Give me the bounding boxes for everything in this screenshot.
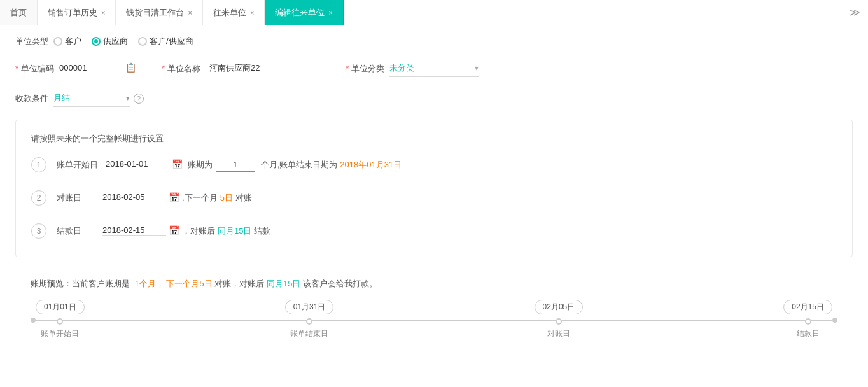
preview-reconcile: 下一个月5日 (166, 279, 212, 288)
step-2-label: 对账日 (57, 192, 95, 204)
timeline-label-1: 账单开始日 (41, 328, 79, 339)
preview-section: 账期预览：当前客户账期是 1个月， 下一个月5日 对账，对账后 同月15日 该客… (15, 267, 853, 300)
tab-partner-units-label: 往来单位 (213, 7, 246, 18)
step-1-date-input[interactable] (106, 159, 169, 169)
step-1-period-input[interactable] (216, 158, 255, 172)
timeline-start-dot (31, 318, 36, 323)
unit-category-group: * 单位分类 未分类 ▾ (346, 60, 479, 77)
settings-panel: 请按照未来的一个完整帐期进行设置 1 账单开始日 📅 账期为 个月,账单结束日期… (15, 120, 853, 257)
tab-partner-units-close[interactable]: × (250, 9, 254, 17)
timeline-end-dot (832, 318, 837, 323)
step-1-period-unit: 个月,账单结束日期为 (261, 159, 338, 171)
unit-type-field-group: 单位类型 客户 供应商 客户/供应商 (15, 36, 193, 47)
payment-terms-group: 收款条件 月结 ▾ ? (15, 90, 144, 107)
preview-label: 账期预览：当前客户账期是 (31, 279, 130, 288)
step-3-date-input-wrapper: 📅 (102, 225, 179, 237)
tab-expand-button[interactable]: ≫ (842, 0, 868, 25)
step-1-calendar-icon[interactable]: 📅 (172, 159, 183, 169)
step-2-calendar-icon[interactable]: 📅 (169, 192, 179, 202)
tab-cash-ledger[interactable]: 钱货日清工作台 × (116, 0, 202, 25)
radio-group: 客户 供应商 客户/供应商 (53, 36, 193, 47)
preview-period: 1个月， (135, 279, 164, 288)
step-3-row: 3 结款日 📅 ，对账后 同月15日 结款 (31, 223, 837, 239)
step-1-date-input-wrapper: 📅 (106, 159, 183, 171)
unit-category-chevron: ▾ (475, 64, 479, 73)
timeline-points: 01月01日 账单开始日 01月31日 账单结束日 (36, 300, 832, 339)
step-2-suffix2: 对账 (235, 192, 252, 204)
timeline-label-3: 对账日 (547, 328, 570, 339)
tab-home[interactable]: 首页 (0, 0, 38, 25)
step-3-suffix: 结款 (254, 225, 270, 237)
timeline-container: 01月01日 账单开始日 01月31日 账单结束日 (31, 300, 837, 339)
radio-customer[interactable]: 客户 (53, 36, 81, 47)
timeline-track: 01月01日 账单开始日 01月31日 账单结束日 (36, 300, 832, 339)
timeline-right-endpoint (832, 318, 837, 323)
radio-both-circle (138, 37, 147, 46)
timeline-badge-2: 01月31日 (285, 300, 334, 314)
preview-middle: 对账，对账后 (214, 279, 264, 288)
timeline-left-endpoint (31, 318, 36, 323)
main-content: 单位类型 客户 供应商 客户/供应商 * 单位编码 (0, 25, 868, 387)
timeline-label-4: 结款日 (797, 328, 820, 339)
tab-edit-partner-unit-label: 编辑往来单位 (275, 7, 325, 18)
step-1-label: 账单开始日 (57, 159, 98, 171)
timeline-line (36, 320, 832, 321)
payment-terms-value: 月结 (53, 92, 126, 104)
tab-bar: 首页 销售订单历史 × 钱货日清工作台 × 往来单位 × 编辑往来单位 × ≫ (0, 0, 868, 25)
unit-category-label: 单位分类 (351, 63, 384, 74)
preview-suffix: 该客户会给我打款。 (303, 279, 377, 288)
radio-both[interactable]: 客户/供应商 (138, 36, 193, 47)
unit-code-group: * 单位编码 📋 (15, 62, 136, 74)
tab-sales-order-history-label: 销售订单历史 (48, 7, 97, 18)
radio-both-label: 客户/供应商 (150, 36, 193, 47)
step-2-date-input-wrapper: 📅 (102, 192, 179, 204)
radio-customer-circle (53, 37, 62, 46)
tab-cash-ledger-close[interactable]: × (188, 9, 192, 17)
tab-edit-partner-unit-close[interactable]: × (328, 9, 332, 17)
unit-category-select[interactable]: 未分类 ▾ (389, 60, 479, 77)
step-3-date-input[interactable] (102, 225, 166, 236)
expand-icon: ≫ (850, 6, 860, 18)
radio-supplier-label: 供应商 (103, 36, 128, 47)
unit-name-group: * 单位名称 (162, 61, 320, 76)
timeline-badge-4: 02月15日 (783, 300, 832, 314)
timeline-section: 01月01日 账单开始日 01月31日 账单结束日 (15, 300, 853, 352)
radio-supplier[interactable]: 供应商 (92, 36, 128, 47)
unit-name-required: * (162, 64, 165, 73)
step-1-number: 1 (31, 157, 46, 172)
timeline-badge-3: 02月05日 (535, 300, 584, 314)
unit-code-required: * (15, 64, 18, 73)
tab-partner-units[interactable]: 往来单位 × (203, 0, 265, 25)
unit-category-required: * (346, 64, 349, 73)
unit-code-icon[interactable]: 📋 (125, 62, 136, 73)
step-2-suffix: ,下一个月 (182, 192, 218, 204)
step-2-date-input[interactable] (102, 192, 166, 202)
timeline-dot-3 (556, 318, 562, 325)
timeline-point-1: 01月01日 账单开始日 (36, 300, 85, 339)
unit-type-label: 单位类型 (15, 36, 48, 47)
payment-terms-label: 收款条件 (15, 93, 48, 104)
unit-code-input-wrapper: 📋 (59, 62, 136, 74)
step-3-calendar-icon[interactable]: 📅 (169, 225, 179, 236)
unit-category-value: 未分类 (389, 62, 471, 74)
step-2-highlight: 5日 (220, 192, 233, 204)
tab-sales-order-history[interactable]: 销售订单历史 × (38, 0, 116, 25)
timeline-dot-1 (57, 318, 63, 325)
unit-name-input[interactable] (206, 61, 320, 76)
unit-name-label: 单位名称 (167, 63, 200, 74)
unit-code-input[interactable] (59, 63, 123, 73)
unit-code-label: 单位编码 (21, 63, 54, 74)
unit-type-row: 单位类型 客户 供应商 客户/供应商 (15, 36, 853, 47)
payment-terms-select[interactable]: 月结 ▾ (53, 90, 130, 107)
tab-sales-order-history-close[interactable]: × (101, 9, 105, 17)
tab-edit-partner-unit[interactable]: 编辑往来单位 × (265, 0, 343, 25)
timeline-point-4: 02月15日 结款日 (783, 300, 832, 339)
payment-terms-help-icon[interactable]: ? (134, 94, 144, 104)
payment-terms-arrow: ▾ (126, 94, 130, 102)
tab-cash-ledger-label: 钱货日清工作台 (126, 7, 184, 18)
radio-supplier-circle (92, 37, 101, 46)
timeline-dot-4 (805, 318, 811, 325)
step-1-end-date: 2018年01月31日 (340, 159, 402, 171)
timeline-dot-2 (306, 318, 312, 325)
payment-terms-row: 收款条件 月结 ▾ ? (15, 90, 853, 107)
